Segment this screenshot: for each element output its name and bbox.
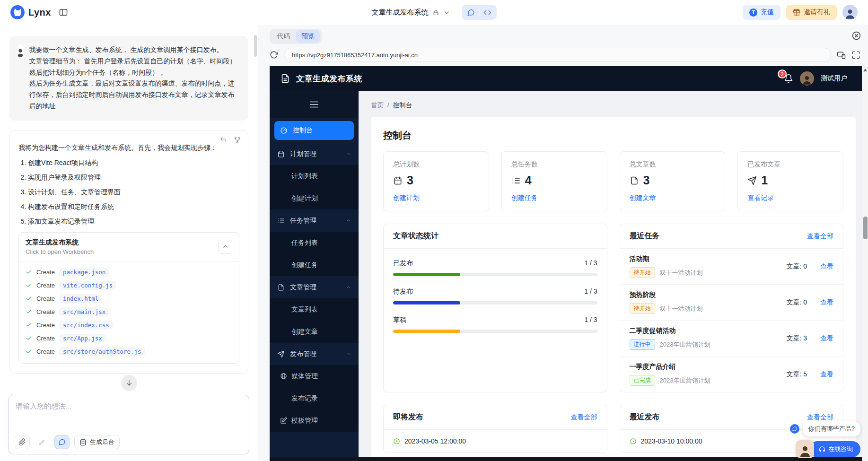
- file-name[interactable]: package.json: [59, 268, 109, 277]
- preview-panel: 代码 预览 文章生成发布系统 2 测试用户: [258, 25, 868, 461]
- stat-link[interactable]: 创建任务: [511, 194, 538, 202]
- sidebar-group-发布管理[interactable]: 发布管理: [270, 343, 359, 365]
- scrollbar-thumb[interactable]: [863, 217, 868, 239]
- task-article-count: 文章: 0: [786, 298, 807, 307]
- sidebar-group-文章管理[interactable]: 文章管理: [270, 276, 359, 298]
- collapse-button[interactable]: [218, 240, 232, 254]
- chat-mode-button[interactable]: [54, 435, 70, 449]
- sidebar-item-创建任务[interactable]: 创建任务: [270, 254, 359, 276]
- sidebar-item-任务列表[interactable]: 任务列表: [270, 232, 359, 254]
- task-plan: 2023年度营销计划: [660, 376, 710, 385]
- file-icon: [277, 284, 285, 291]
- tab-code[interactable]: 代码: [271, 30, 296, 43]
- breadcrumb-home[interactable]: 首页: [371, 101, 384, 110]
- scroll-up-arrow[interactable]: [863, 69, 867, 71]
- account-avatar[interactable]: [842, 5, 858, 20]
- workbench-subtitle: Click to open Workbench: [26, 248, 218, 255]
- task-view-link[interactable]: 查看: [820, 262, 833, 271]
- scroll-to-bottom-button[interactable]: [121, 375, 137, 391]
- sidebar-item-计划列表[interactable]: 计划列表: [270, 165, 359, 187]
- fullscreen-icon[interactable]: [851, 51, 860, 60]
- file-row: Createindex.html: [26, 294, 232, 303]
- file-name[interactable]: src/store/authStore.js: [59, 347, 145, 356]
- invite-button[interactable]: 邀请有礼: [786, 5, 837, 20]
- task-status-tag: 待开始: [630, 303, 655, 314]
- ai-steps-list: 创建Vite React项目结构实现用户登录及权限管理设计计划、任务、文章管理界…: [28, 159, 239, 226]
- task-article-count: 文章: 5: [786, 370, 807, 379]
- fork-icon[interactable]: [234, 136, 241, 144]
- url-input[interactable]: [284, 48, 831, 62]
- ai-intro-text: 我将为您构建一个文章生成和发布系统。首先，我会规划实现步骤：: [18, 144, 239, 152]
- upcoming-view-all-link[interactable]: 查看全部: [571, 413, 597, 422]
- file-name[interactable]: index.html: [59, 294, 102, 303]
- stat-link[interactable]: 创建计划: [393, 194, 420, 202]
- menu-label: 创建文章: [291, 328, 318, 336]
- app-user-avatar[interactable]: [800, 71, 814, 86]
- tab-preview[interactable]: 预览: [296, 30, 320, 43]
- enhance-button[interactable]: [35, 435, 50, 449]
- online-support-button[interactable]: 在线咨询: [809, 441, 860, 457]
- chevron-down-icon[interactable]: [443, 9, 450, 16]
- file-row: Createpackage.json: [26, 268, 232, 277]
- task-view-link[interactable]: 查看: [820, 370, 833, 379]
- task-status-tag: 已完成: [630, 375, 655, 386]
- file-row: Createsrc/main.jsx: [26, 307, 232, 316]
- idea-input[interactable]: [16, 402, 242, 427]
- sidebar-group-计划管理[interactable]: 计划管理: [270, 143, 359, 165]
- workbench-header[interactable]: 文章生成发布系统 Click to open Workbench: [19, 233, 239, 261]
- ai-step: 设计计划、任务、文章管理界面: [28, 188, 239, 197]
- panel-toggle-icon[interactable]: [59, 8, 68, 17]
- frame-scrollbar[interactable]: [862, 66, 868, 461]
- stat-card-总文章数: 总文章数3创建文章: [620, 151, 726, 211]
- sidebar-item-发布记录[interactable]: 发布记录: [270, 387, 359, 409]
- tasks-view-all-link[interactable]: 查看全部: [807, 232, 833, 241]
- stat-link[interactable]: 创建文章: [630, 194, 656, 202]
- file-row: Createsrc/store/authStore.js: [26, 347, 232, 356]
- ai-step: 添加文章发布记录管理: [28, 217, 239, 226]
- task-view-link[interactable]: 查看: [820, 334, 833, 343]
- sidebar-item-文章列表[interactable]: 文章列表: [270, 298, 359, 321]
- app-title: 文章生成发布系统: [296, 73, 362, 84]
- support-bubble[interactable]: 你们有哪些产品?: [790, 421, 860, 436]
- calendar-icon: [277, 150, 285, 158]
- devices-icon[interactable]: [837, 51, 846, 60]
- online-support-label: 在线咨询: [828, 445, 853, 453]
- task-status-tag: 待开始: [630, 267, 655, 278]
- published-view-all-link[interactable]: 查看全部: [807, 413, 833, 422]
- generate-backend-button[interactable]: 生成后台: [74, 435, 120, 449]
- ai-step: 构建发布设置和定时任务系统: [28, 203, 239, 211]
- file-name[interactable]: src/main.jsx: [59, 307, 109, 316]
- support-agent-avatar: [796, 440, 814, 458]
- task-view-link[interactable]: 查看: [820, 298, 833, 307]
- sidebar-item-模板管理[interactable]: 模板管理: [270, 409, 359, 432]
- chat-scrollbar[interactable]: [254, 35, 257, 57]
- close-preview-icon[interactable]: [851, 31, 861, 41]
- sidebar-item-创建计划[interactable]: 创建计划: [270, 187, 359, 209]
- published-date: 2023-03-10 10:00:00: [641, 437, 702, 445]
- globe-icon: [280, 373, 287, 380]
- refresh-icon[interactable]: [270, 51, 278, 59]
- stat-label: 总任务数: [511, 160, 597, 169]
- chat-mode-button[interactable]: [463, 6, 479, 18]
- file-list: Createpackage.jsonCreatevite.config.jsCr…: [19, 261, 239, 363]
- recharge-button[interactable]: T 充值: [743, 5, 780, 20]
- file-name[interactable]: src/index.css: [59, 321, 113, 330]
- sidebar-item-创建文章[interactable]: 创建文章: [270, 321, 359, 343]
- code-mode-button[interactable]: [479, 6, 495, 18]
- project-title-menu[interactable]: 文章生成发布系统: [372, 5, 497, 20]
- sidebar-collapse-button[interactable]: [270, 91, 359, 118]
- sidebar-item-控制台[interactable]: 控制台: [274, 121, 354, 140]
- upcoming-row: 2023-03-05 12:00:00: [384, 430, 607, 452]
- stat-link[interactable]: 查看记录: [747, 194, 774, 202]
- undo-icon[interactable]: [219, 136, 227, 144]
- task-plan: 双十一活动计划: [660, 304, 703, 313]
- file-name[interactable]: vite.config.js: [59, 281, 116, 290]
- file-name[interactable]: src/App.jsx: [59, 334, 106, 343]
- notifications-button[interactable]: 2: [784, 74, 793, 83]
- sidebar-group-任务管理[interactable]: 任务管理: [270, 209, 359, 232]
- stat-label: 总文章数: [630, 160, 716, 169]
- task-rows: 活动期待开始双十一活动计划文章: 0查看预热阶段待开始双十一活动计划文章: 0查…: [620, 249, 843, 392]
- attach-button[interactable]: [15, 435, 30, 449]
- sidebar-item-媒体管理[interactable]: 媒体管理: [270, 365, 359, 387]
- brand-name: Lynx: [28, 7, 51, 18]
